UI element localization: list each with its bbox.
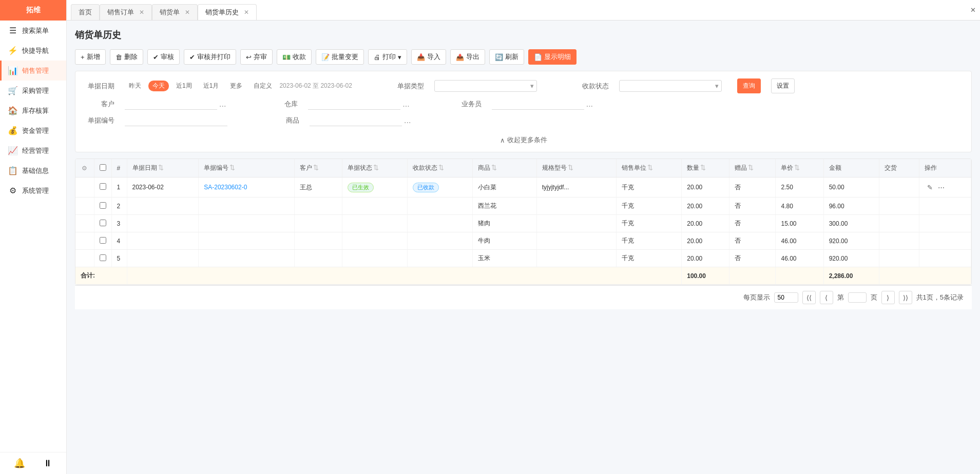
col-amount[interactable]: 金额 [823, 159, 879, 177]
col-doc-date[interactable]: 单据日期⇅ [127, 159, 199, 177]
pause-icon[interactable]: ⏸ [43, 458, 52, 469]
date-tag-today[interactable]: 今天 [148, 81, 169, 91]
more-btn[interactable]: ⋯ [936, 182, 947, 193]
audit-print-button[interactable]: ✔审核并打印 [184, 49, 236, 65]
customer-input[interactable] [125, 98, 217, 110]
row-checkbox-1[interactable] [94, 198, 111, 215]
import-button[interactable]: 📥导入 [411, 49, 446, 65]
col-price[interactable]: 单价⇅ [776, 159, 823, 177]
warehouse-input[interactable] [308, 98, 400, 110]
date-tag-last7[interactable]: 近1周 [172, 81, 196, 91]
show-detail-button[interactable]: 📄显示明细 [528, 49, 577, 65]
first-page-btn[interactable]: ⟨⟨ [802, 291, 816, 304]
col-qty[interactable]: 数量⇅ [682, 159, 729, 177]
row-check-4[interactable] [100, 254, 106, 261]
col-unit[interactable]: 销售单位⇅ [616, 159, 681, 177]
col-pay-status[interactable]: 收款状态⇅ [408, 159, 473, 177]
main-area: 首页销售订单✕销货单✕销货单历史✕ ✕ 销货单历史 +新增🗑删除✔审核✔审核并打… [67, 0, 980, 474]
sidebar-item-quick-nav[interactable]: ⚡快捷导航 [0, 41, 66, 61]
row-docno-2[interactable] [199, 215, 294, 232]
tab-close-sales-order[interactable]: ✕ [139, 9, 144, 16]
sidebar-item-purchase-mgmt[interactable]: 🛒采购管理 [0, 81, 66, 101]
row-docno-1[interactable] [199, 198, 294, 215]
audit-button[interactable]: ✔审核 [147, 49, 180, 65]
salesperson-input[interactable] [492, 98, 584, 110]
page-input[interactable]: 1 [848, 292, 867, 303]
row-checkbox-0[interactable] [94, 177, 111, 198]
tab-close-sales-goods[interactable]: ✕ [185, 9, 190, 16]
print-button[interactable]: 🖨打印▾ [368, 49, 407, 65]
print-dropdown-icon: ▾ [398, 53, 401, 61]
setting-button[interactable]: 设置 [771, 78, 795, 93]
col-spec[interactable]: 规格型号⇅ [536, 159, 616, 177]
row-check-2[interactable] [100, 220, 106, 226]
sidebar-item-sys-mgmt[interactable]: ⚙系统管理 [0, 181, 66, 201]
notification-icon[interactable]: 🔔 [14, 458, 25, 469]
pay-status-label: 收款状态 [578, 82, 609, 91]
sidebar-item-search-menu[interactable]: ☰搜索菜单 [0, 21, 66, 41]
collect-button[interactable]: 💵收款 [277, 49, 312, 65]
col-goods[interactable]: 商品⇅ [473, 159, 536, 177]
date-tag-custom[interactable]: 自定义 [249, 81, 276, 91]
pay-status-select[interactable] [619, 80, 722, 92]
abandon-button[interactable]: ↩弃审 [240, 49, 273, 65]
col-doc-no[interactable]: 单据编号⇅ [199, 159, 294, 177]
row-checkbox-2[interactable] [94, 215, 111, 232]
window-close-icon[interactable]: ✕ [970, 6, 976, 14]
goods-dots[interactable]: ... [404, 116, 411, 125]
edit-btn[interactable]: ✎ [925, 182, 936, 193]
collapse-button[interactable]: ∧ 收起更多条件 [84, 131, 963, 145]
add-button[interactable]: +新增 [75, 49, 106, 65]
goods-input[interactable] [310, 115, 402, 126]
col-gear[interactable]: ⚙ [75, 159, 94, 177]
tab-close-sales-history[interactable]: ✕ [244, 9, 249, 16]
row-docno-0[interactable]: SA-20230602-0 [199, 177, 294, 198]
row-qty-2: 20.00 [682, 215, 729, 232]
salesperson-dots[interactable]: ... [586, 100, 593, 109]
export-button[interactable]: 📤导出 [450, 49, 485, 65]
select-all-checkbox[interactable] [100, 164, 106, 171]
warehouse-dots[interactable]: ... [402, 100, 409, 109]
row-trade-2 [879, 215, 919, 232]
row-docno-3[interactable] [199, 232, 294, 250]
row-checkbox-3[interactable] [94, 232, 111, 250]
doc-type-select[interactable] [434, 80, 537, 92]
tab-sales-goods[interactable]: 销货单✕ [152, 4, 198, 20]
sidebar-item-ops-mgmt[interactable]: 📈经营管理 [0, 141, 66, 161]
sidebar-item-sales-mgmt[interactable]: 📊销售管理 [0, 61, 66, 81]
sidebar-item-basic-info[interactable]: 📋基础信息 [0, 161, 66, 181]
query-button[interactable]: 查询 [737, 78, 761, 93]
row-goods-3: 牛肉 [473, 232, 536, 250]
sidebar-item-finance-mgmt[interactable]: 💰资金管理 [0, 121, 66, 141]
next-page-btn[interactable]: ⟩ [881, 291, 895, 304]
tab-sales-history[interactable]: 销货单历史✕ [198, 4, 257, 20]
sidebar-item-inventory-calc[interactable]: 🏠库存核算 [0, 101, 66, 121]
row-check-0[interactable] [100, 183, 106, 190]
refresh-button[interactable]: 🔄刷新 [489, 49, 524, 65]
prev-page-btn[interactable]: ⟨ [820, 291, 833, 304]
col-gift[interactable]: 赠品⇅ [729, 159, 776, 177]
col-customer[interactable]: 客户⇅ [294, 159, 342, 177]
batch-change-btn-label: 批量变更 [332, 52, 358, 62]
delete-button[interactable]: 🗑删除 [110, 49, 143, 65]
batch-change-button[interactable]: 📝批量变更 [316, 49, 364, 65]
tab-sales-order[interactable]: 销售订单✕ [100, 4, 152, 20]
date-tag-yesterday[interactable]: 昨天 [125, 81, 145, 91]
date-tag-more[interactable]: 更多 [226, 81, 246, 91]
per-page-select[interactable]: 50 10 20 100 [774, 292, 798, 303]
search-menu-icon: ☰ [8, 26, 18, 35]
customer-dots[interactable]: ... [219, 100, 226, 109]
warehouse-input-wrap: ... [308, 98, 409, 110]
last-page-btn[interactable]: ⟩⟩ [899, 291, 912, 304]
col-doc-status[interactable]: 单据状态⇅ [342, 159, 407, 177]
row-checkbox-4[interactable] [94, 250, 111, 267]
date-tag-last1m[interactable]: 近1月 [199, 81, 223, 91]
row-docno-4[interactable] [199, 250, 294, 267]
row-check-1[interactable] [100, 202, 106, 209]
doc-no-input[interactable] [125, 115, 227, 126]
row-gear-3 [75, 232, 94, 250]
show-detail-btn-label: 显示明细 [544, 52, 571, 62]
tab-home[interactable]: 首页 [71, 4, 100, 20]
row-amount-3: 920.00 [823, 232, 879, 250]
row-check-3[interactable] [100, 237, 106, 244]
